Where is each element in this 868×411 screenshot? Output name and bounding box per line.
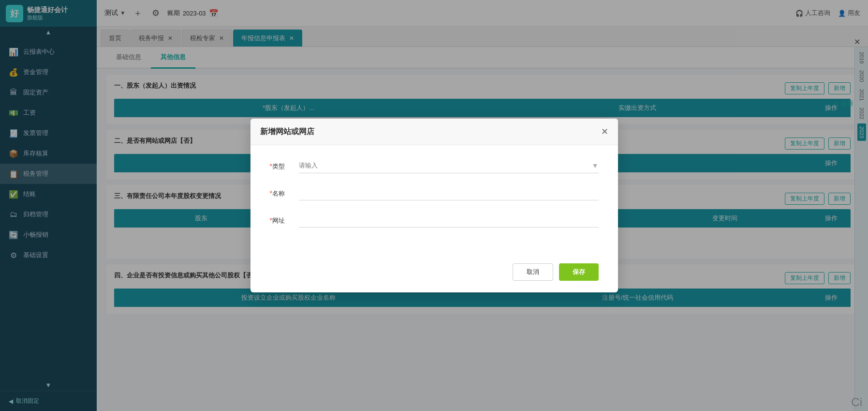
modal-close-button[interactable]: ✕ — [601, 126, 608, 137]
name-input-wrap — [299, 187, 599, 200]
save-button[interactable]: 保存 — [559, 263, 599, 281]
url-input[interactable] — [299, 214, 599, 225]
name-input[interactable] — [299, 187, 599, 198]
type-input[interactable] — [299, 160, 592, 171]
type-dropdown-icon[interactable]: ▼ — [592, 162, 599, 169]
modal-body: *类型 ▼ *名称 *网址 — [250, 145, 618, 256]
url-label: *网址 — [270, 216, 299, 225]
modal-field-type: *类型 ▼ — [270, 160, 599, 173]
type-input-wrap: ▼ — [299, 160, 599, 173]
modal-header: 新增网站或网店 ✕ — [250, 119, 618, 145]
cancel-button[interactable]: 取消 — [513, 263, 553, 281]
name-label: *名称 — [270, 189, 299, 198]
modal-field-name: *名称 — [270, 187, 599, 200]
type-label: *类型 — [270, 162, 299, 171]
modal-field-url: *网址 — [270, 214, 599, 228]
modal-add-website: 新增网站或网店 ✕ *类型 ▼ *名称 — [250, 119, 618, 292]
modal-footer: 取消 保存 — [250, 256, 618, 292]
modal-overlay: 新增网站或网店 ✕ *类型 ▼ *名称 — [0, 0, 868, 411]
url-input-wrap — [299, 214, 599, 228]
modal-title: 新增网站或网店 — [260, 127, 314, 137]
